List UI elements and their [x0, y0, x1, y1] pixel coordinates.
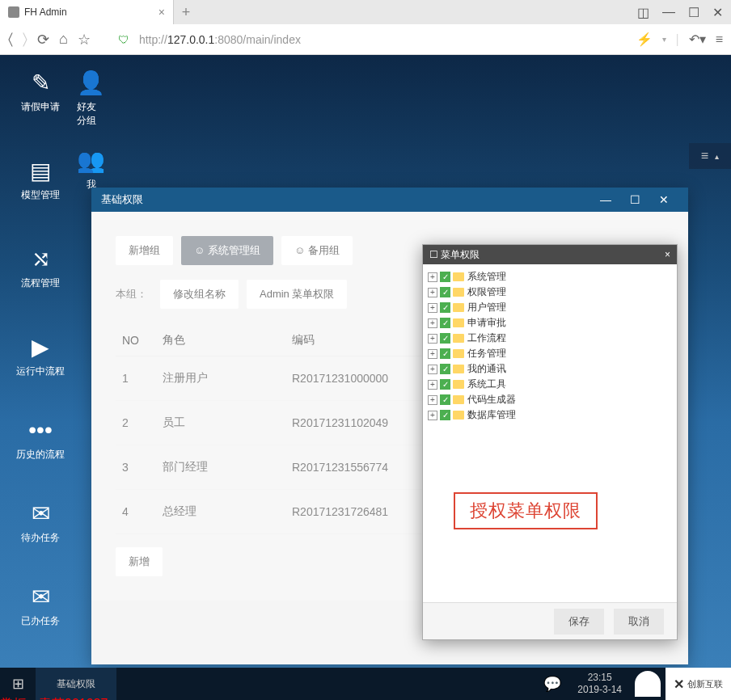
- extension-icon[interactable]: ◫: [637, 5, 649, 20]
- save-button[interactable]: 保存: [554, 609, 604, 635]
- window-icon: ☐: [429, 249, 438, 260]
- address-bar[interactable]: http://127.0.0.1:8080/main/index: [139, 33, 627, 46]
- sidebar-item-process[interactable]: ⤭流程管理: [0, 231, 81, 297]
- expand-icon[interactable]: +: [428, 303, 437, 313]
- brand-logo[interactable]: ✕ 创新互联: [666, 668, 731, 700]
- taskbar-task[interactable]: 基础权限: [36, 668, 116, 700]
- shield-icon[interactable]: 🛡: [118, 33, 129, 46]
- checkbox-icon[interactable]: ✓: [440, 302, 450, 313]
- edit-icon: ✎: [32, 70, 50, 95]
- tree-node[interactable]: +✓权限管理: [428, 285, 672, 300]
- mail-open-icon: ✉: [32, 584, 50, 609]
- tree-modal-titlebar[interactable]: ☐ 菜单权限 ×: [423, 245, 677, 264]
- checkbox-icon[interactable]: ✓: [440, 348, 450, 359]
- folder-icon: [453, 395, 464, 404]
- tree-node[interactable]: +✓我的通讯: [428, 361, 672, 377]
- maximize-window-icon[interactable]: ☐: [688, 5, 699, 20]
- caret-icon[interactable]: ▴: [715, 152, 719, 161]
- expand-icon[interactable]: +: [428, 365, 437, 374]
- person-icon: 👤: [77, 70, 105, 95]
- dropdown-icon[interactable]: ▾: [662, 35, 666, 44]
- minimize-window-icon[interactable]: —: [662, 5, 675, 20]
- checkbox-icon[interactable]: ✓: [440, 318, 450, 328]
- expand-icon[interactable]: +: [428, 334, 437, 344]
- tree-label: 申请审批: [467, 316, 506, 330]
- user-icon: ☺: [194, 244, 205, 256]
- users-icon: 👥: [77, 147, 105, 173]
- rename-group-button[interactable]: 修改组名称: [160, 280, 239, 309]
- browser-tab-strip: FH Admin × + ◫ — ☐ ✕: [0, 0, 731, 24]
- checkbox-icon[interactable]: ✓: [440, 379, 450, 390]
- expand-icon[interactable]: +: [428, 380, 437, 390]
- tree-node[interactable]: +✓工作流程: [428, 331, 672, 346]
- checkbox-icon[interactable]: ✓: [440, 364, 450, 374]
- sidebar-item-model[interactable]: ▤模型管理: [0, 143, 81, 209]
- undo-icon[interactable]: ↶▾: [689, 32, 706, 47]
- sidebar-item-running[interactable]: ▶运行中流程: [0, 319, 81, 385]
- menu-icon[interactable]: ≡: [716, 32, 723, 47]
- tree-node[interactable]: +✓系统工具: [428, 377, 672, 392]
- stack-icon: ▤: [30, 158, 51, 183]
- tree-modal-close-icon[interactable]: ×: [665, 249, 670, 260]
- expand-icon[interactable]: +: [428, 288, 437, 297]
- home-button[interactable]: ⌂: [59, 31, 68, 48]
- folder-icon: [453, 303, 464, 312]
- modal-close-icon[interactable]: ✕: [649, 193, 678, 206]
- folder-icon: [453, 365, 464, 373]
- col-no: NO: [116, 325, 156, 356]
- tree-label: 代码生成器: [467, 393, 516, 407]
- browser-tab[interactable]: FH Admin ×: [0, 0, 174, 24]
- modal-minimize-icon[interactable]: —: [591, 193, 620, 206]
- new-tab-button[interactable]: +: [174, 4, 198, 21]
- list-icon[interactable]: ≡: [701, 149, 708, 163]
- reload-button[interactable]: ⟳: [37, 31, 49, 48]
- tree-label: 系统管理: [467, 270, 506, 284]
- sidebar-item-pending[interactable]: ✉待办任务: [0, 486, 81, 551]
- tree-node[interactable]: +✓用户管理: [428, 300, 672, 315]
- checkbox-icon[interactable]: ✓: [440, 394, 450, 405]
- tree-label: 用户管理: [467, 301, 506, 314]
- new-group-button[interactable]: 新增组: [116, 236, 173, 265]
- tree-label: 系统工具: [467, 377, 506, 391]
- spare-group-tab[interactable]: ☺ 备用组: [281, 236, 353, 265]
- taskbar-clock[interactable]: 23:15 2019-3-14: [569, 672, 630, 696]
- favorite-button[interactable]: ☆: [78, 31, 91, 48]
- expand-icon[interactable]: +: [428, 349, 437, 359]
- cancel-button[interactable]: 取消: [614, 609, 664, 635]
- tree-body[interactable]: +✓系统管理+✓权限管理+✓用户管理+✓申请审批+✓工作流程+✓任务管理+✓我的…: [423, 264, 677, 602]
- checkbox-icon[interactable]: ✓: [440, 287, 450, 297]
- tree-node[interactable]: +✓系统管理: [428, 269, 672, 285]
- system-group-tab[interactable]: ☺ 系统管理组: [181, 236, 273, 265]
- avatar-icon[interactable]: [635, 671, 661, 697]
- tree-node[interactable]: +✓代码生成器: [428, 392, 672, 407]
- sidebar-item-leave[interactable]: ✎请假申请: [0, 55, 81, 120]
- checkbox-icon[interactable]: ✓: [440, 410, 450, 420]
- expand-icon[interactable]: +: [428, 318, 437, 328]
- start-button[interactable]: ⊞: [0, 675, 36, 693]
- group-label: 本组：: [116, 287, 147, 302]
- message-icon[interactable]: 💬: [535, 675, 569, 693]
- modal-maximize-icon[interactable]: ☐: [620, 193, 649, 206]
- users-icon: ☺: [294, 244, 305, 256]
- modal-titlebar[interactable]: 基础权限 — ☐ ✕: [91, 188, 688, 212]
- expand-icon[interactable]: +: [428, 272, 437, 282]
- add-role-button[interactable]: 新增: [116, 547, 163, 576]
- play-icon: ▶: [32, 334, 49, 360]
- checkbox-icon[interactable]: ✓: [440, 333, 450, 344]
- sidebar-item-done[interactable]: ✉已办任务: [0, 569, 81, 635]
- tree-node[interactable]: +✓任务管理: [428, 346, 672, 361]
- modal-menu-permission: ☐ 菜单权限 × +✓系统管理+✓权限管理+✓用户管理+✓申请审批+✓工作流程+…: [422, 244, 678, 640]
- tree-node[interactable]: +✓申请审批: [428, 315, 672, 331]
- app-desktop: ✎请假申请 👤好友分组 ▤模型管理 👥我 ⤭流程管理 ▶运行中流程 •••历史的…: [0, 55, 731, 668]
- sidebar-item-friend-group[interactable]: 👤好友分组: [77, 55, 105, 134]
- back-button[interactable]: 〈: [8, 31, 13, 48]
- tree-node[interactable]: +✓数据库管理: [428, 407, 672, 423]
- expand-icon[interactable]: +: [428, 411, 437, 420]
- close-window-icon[interactable]: ✕: [712, 5, 723, 20]
- expand-icon[interactable]: +: [428, 395, 437, 405]
- checkbox-icon[interactable]: ✓: [440, 272, 450, 282]
- close-tab-icon[interactable]: ×: [158, 6, 165, 19]
- speed-icon[interactable]: ⚡: [636, 32, 653, 47]
- admin-menu-perm-button[interactable]: Admin 菜单权限: [247, 280, 347, 309]
- sidebar-item-history[interactable]: •••历史的流程: [0, 403, 81, 468]
